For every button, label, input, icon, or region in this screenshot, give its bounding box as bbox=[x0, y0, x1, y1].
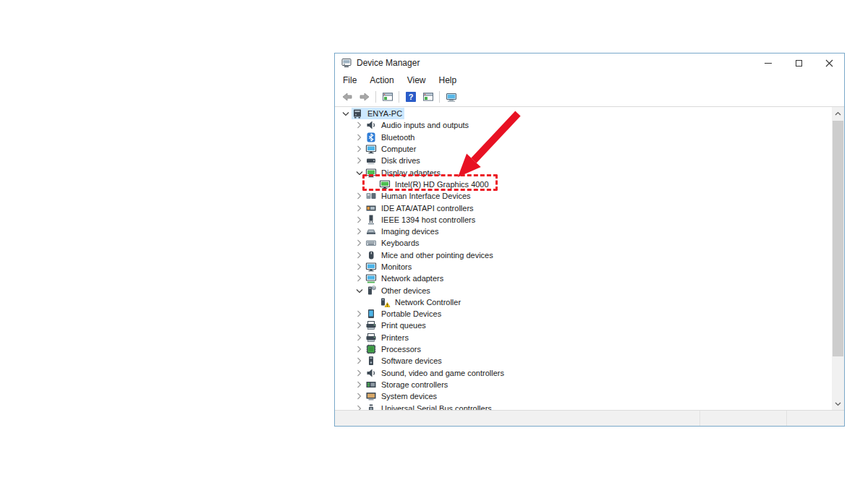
scrollbar-thumb[interactable] bbox=[833, 121, 843, 356]
chevron-collapsed-icon[interactable] bbox=[353, 249, 365, 261]
tree-item-label: Imaging devices bbox=[379, 226, 441, 236]
menu-action[interactable]: Action bbox=[363, 74, 400, 87]
chevron-collapsed-icon[interactable] bbox=[353, 332, 365, 343]
tree-panel: ENYA-PCAudio inputs and outputsBluetooth… bbox=[335, 107, 844, 410]
close-button[interactable] bbox=[814, 53, 844, 72]
tree-item-content: Software devices bbox=[365, 355, 444, 367]
toolbar-separator bbox=[399, 91, 399, 103]
chevron-collapsed-icon[interactable] bbox=[353, 237, 365, 249]
tree-item-system-devices[interactable]: System devices bbox=[335, 390, 844, 402]
tree-item-content: Human Interface Devices bbox=[365, 190, 473, 202]
help-icon[interactable]: ? bbox=[404, 91, 417, 103]
tree-item-content: IEEE 1394 host controllers bbox=[365, 214, 477, 226]
tree-item-label: Print queues bbox=[379, 320, 428, 330]
tree-item-content: Printers bbox=[365, 332, 411, 343]
chevron-collapsed-icon[interactable] bbox=[353, 343, 365, 355]
status-segment-3 bbox=[786, 411, 844, 426]
tree-item-label: Universal Serial Bus controllers bbox=[379, 403, 494, 410]
chevron-collapsed-icon[interactable] bbox=[353, 132, 365, 143]
chevron-collapsed-icon[interactable] bbox=[353, 226, 365, 237]
tree-item-label: Keyboards bbox=[379, 238, 422, 248]
monitor-icon bbox=[365, 143, 377, 155]
tree-item-bluetooth[interactable]: Bluetooth bbox=[335, 132, 844, 143]
tree-item-network-adapters[interactable]: Network adapters bbox=[335, 273, 844, 284]
menu-file[interactable]: File bbox=[336, 74, 363, 87]
hid-icon bbox=[365, 190, 377, 202]
chevron-collapsed-icon[interactable] bbox=[353, 379, 365, 390]
tree-item-content: Keyboards bbox=[365, 237, 422, 249]
network-icon bbox=[365, 273, 377, 284]
chevron-collapsed-icon[interactable] bbox=[353, 202, 365, 214]
scroll-down-button[interactable] bbox=[832, 398, 844, 410]
chevron-collapsed-icon[interactable] bbox=[353, 308, 365, 320]
portable-icon bbox=[365, 308, 377, 320]
chevron-collapsed-icon[interactable] bbox=[353, 273, 365, 284]
tree-item-software-devices[interactable]: Software devices bbox=[335, 355, 844, 367]
tree-item-human-interface-devices[interactable]: Human Interface Devices bbox=[335, 190, 844, 202]
tree-item-content: Bluetooth bbox=[365, 132, 417, 143]
tree-item-label: Storage controllers bbox=[379, 380, 450, 390]
minimize-button[interactable] bbox=[753, 53, 783, 72]
chevron-collapsed-icon[interactable] bbox=[353, 119, 365, 131]
tree-item-ieee-1394-host-controllers[interactable]: IEEE 1394 host controllers bbox=[335, 214, 844, 226]
scroll-up-button[interactable] bbox=[832, 107, 844, 119]
tree-item-keyboards[interactable]: Keyboards bbox=[335, 237, 844, 249]
keyboard-icon bbox=[365, 237, 377, 249]
tree-item-content: Storage controllers bbox=[365, 379, 450, 390]
tree-item-monitors[interactable]: Monitors bbox=[335, 261, 844, 273]
chevron-collapsed-icon[interactable] bbox=[353, 190, 365, 202]
tree-item-printers[interactable]: Printers bbox=[335, 332, 844, 343]
toolbar-separator bbox=[439, 91, 440, 103]
tree-item-content: Network Controller bbox=[379, 296, 463, 308]
chevron-collapsed-icon[interactable] bbox=[353, 367, 365, 379]
tree-item-content: Sound, video and game controllers bbox=[365, 367, 506, 379]
tree-item-computer[interactable]: Computer bbox=[335, 143, 844, 155]
chevron-up-icon bbox=[835, 111, 841, 116]
tree-item-portable-devices[interactable]: Portable Devices bbox=[335, 308, 844, 320]
chevron-collapsed-icon[interactable] bbox=[353, 403, 365, 410]
console-window-icon[interactable] bbox=[381, 91, 393, 103]
scan-computer-icon[interactable] bbox=[445, 91, 457, 103]
maximize-button[interactable] bbox=[783, 53, 814, 72]
chevron-collapsed-icon[interactable] bbox=[353, 390, 365, 402]
chevron-collapsed-icon[interactable] bbox=[353, 214, 365, 226]
expander-spacer bbox=[367, 296, 379, 308]
properties-window-icon[interactable] bbox=[422, 91, 434, 103]
computer-icon bbox=[352, 108, 363, 119]
tree-item-content: Imaging devices bbox=[365, 226, 441, 237]
tree-item-processors[interactable]: Processors bbox=[335, 343, 844, 355]
monitor-icon bbox=[365, 261, 377, 273]
chevron-collapsed-icon[interactable] bbox=[353, 261, 365, 273]
tree-item-enya-pc[interactable]: ENYA-PC bbox=[335, 108, 844, 119]
title-bar[interactable]: Device Manager bbox=[335, 53, 844, 72]
tree-item-imaging-devices[interactable]: Imaging devices bbox=[335, 226, 844, 237]
tree-item-network-controller[interactable]: Network Controller bbox=[335, 296, 844, 308]
tree-item-label: Monitors bbox=[379, 262, 414, 272]
back-arrow-icon[interactable] bbox=[341, 91, 353, 103]
chevron-expanded-icon[interactable] bbox=[339, 108, 352, 119]
tree-item-print-queues[interactable]: Print queues bbox=[335, 320, 844, 331]
other-devices-icon: ? bbox=[365, 285, 377, 296]
tree-item-universal-serial-bus-controllers[interactable]: Universal Serial Bus controllers bbox=[335, 402, 844, 410]
chevron-expanded-icon[interactable] bbox=[353, 285, 365, 296]
tree-item-ide-ata-atapi-controllers[interactable]: IDE ATA/ATAPI controllers bbox=[335, 202, 844, 213]
forward-arrow-icon[interactable] bbox=[358, 91, 370, 103]
tree-item-sound-video-and-game-controllers[interactable]: Sound, video and game controllers bbox=[335, 367, 844, 379]
chevron-collapsed-icon[interactable] bbox=[353, 155, 365, 166]
chevron-collapsed-icon[interactable] bbox=[353, 320, 365, 331]
vertical-scrollbar[interactable] bbox=[832, 107, 844, 410]
menu-view[interactable]: View bbox=[401, 74, 433, 87]
menu-help[interactable]: Help bbox=[433, 74, 464, 87]
tree-item-label: Software devices bbox=[379, 356, 444, 366]
tree-item-storage-controllers[interactable]: Storage controllers bbox=[335, 379, 844, 390]
minimize-icon bbox=[765, 63, 772, 64]
tree-item-content: Print queues bbox=[365, 320, 428, 331]
tree-item-mice-and-other-pointing-devices[interactable]: Mice and other pointing devices bbox=[335, 249, 844, 261]
chevron-collapsed-icon[interactable] bbox=[353, 143, 365, 155]
tree-item-other-devices[interactable]: ?Other devices bbox=[335, 284, 844, 296]
tree-item-disk-drives[interactable]: Disk drives bbox=[335, 155, 844, 166]
tree-item-content: Audio inputs and outputs bbox=[365, 119, 471, 131]
tree-item-audio-inputs-and-outputs[interactable]: Audio inputs and outputs bbox=[335, 119, 844, 131]
window-title: Device Manager bbox=[357, 58, 420, 68]
chevron-collapsed-icon[interactable] bbox=[353, 355, 365, 367]
